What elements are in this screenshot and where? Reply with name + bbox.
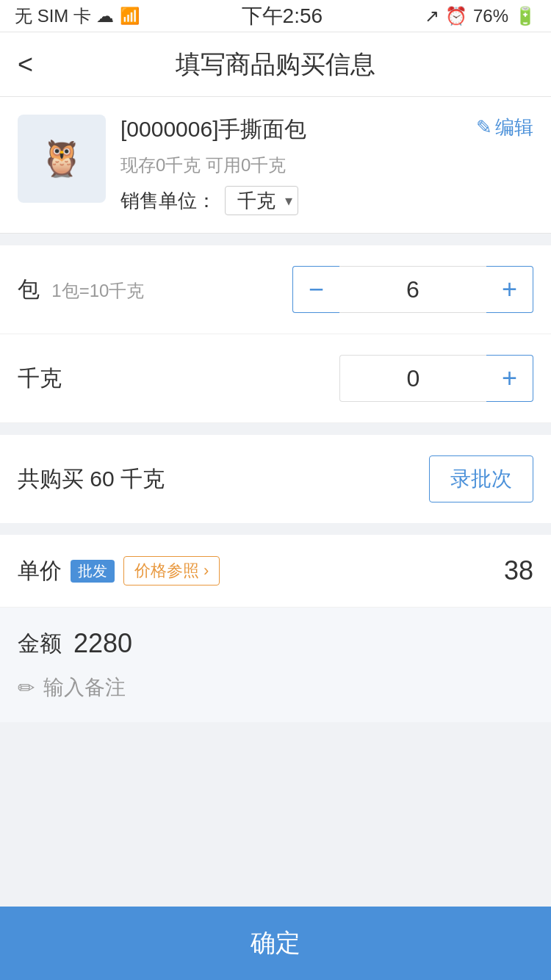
battery-icon: 🔋 xyxy=(514,6,536,26)
kilogram-controls: + xyxy=(339,355,533,402)
status-right: ↗ ⏰ 76% 🔋 xyxy=(425,6,536,26)
battery-label: 76% xyxy=(473,6,508,26)
amount-label: 金额 xyxy=(18,629,62,659)
tag-pifa: 批发 xyxy=(71,560,115,583)
edit-label: 编辑 xyxy=(495,115,533,140)
package-label: 包 1包=10千克 xyxy=(18,275,292,305)
confirm-label: 确定 xyxy=(251,926,300,960)
package-hint: 1包=10千克 xyxy=(51,281,144,300)
price-label-group: 单价 批发 价格参照 › xyxy=(18,556,220,586)
wifi-icon: 📶 xyxy=(120,7,140,26)
status-left: 无 SIM 卡 ☁ 📶 xyxy=(15,4,140,28)
sim-label: 无 SIM 卡 ☁ xyxy=(15,4,114,28)
package-section: 包 1包=10千克 − + 千克 + xyxy=(0,245,551,423)
product-info: [0000006]手撕面包 ✎ 编辑 现存0千克 可用0千克 销售单位： 千克 xyxy=(120,115,533,215)
product-unit-row: 销售单位： 千克 xyxy=(120,186,533,215)
confirm-button[interactable]: 确定 xyxy=(0,907,551,980)
amount-row: 金额 2280 xyxy=(18,628,533,659)
page-title: 填写商品购买信息 xyxy=(176,48,375,82)
price-value: 38 xyxy=(504,555,533,586)
remark-row[interactable]: ✏ 输入备注 xyxy=(18,674,533,702)
price-section: 单价 批发 价格参照 › 38 xyxy=(0,535,551,608)
status-bar: 无 SIM 卡 ☁ 📶 下午2:56 ↗ ⏰ 76% 🔋 xyxy=(0,0,551,32)
nav-bar: < 填写商品购买信息 xyxy=(0,32,551,97)
price-label: 单价 xyxy=(18,556,62,586)
location-icon: ↗ xyxy=(425,6,439,26)
product-logo-icon: 🦉 xyxy=(40,138,84,179)
kilogram-plus-button[interactable]: + xyxy=(486,355,533,402)
alarm-icon: ⏰ xyxy=(445,6,467,26)
unit-label: 销售单位： xyxy=(120,188,216,214)
kilogram-input[interactable] xyxy=(339,355,486,402)
total-text: 共购买 60 千克 xyxy=(18,464,165,494)
kilogram-row: 千克 + xyxy=(0,334,551,423)
package-minus-button[interactable]: − xyxy=(292,266,339,313)
unit-select[interactable]: 千克 xyxy=(225,186,298,215)
price-row: 单价 批发 价格参照 › 38 xyxy=(18,555,533,586)
kilogram-label: 千克 xyxy=(18,364,339,394)
batch-button[interactable]: 录批次 xyxy=(429,455,533,502)
product-image: 🦉 xyxy=(18,115,106,203)
amount-value: 2280 xyxy=(73,628,132,659)
product-stock: 现存0千克 可用0千克 xyxy=(120,154,533,177)
total-row: 共购买 60 千克 录批次 xyxy=(0,435,551,523)
back-button[interactable]: < xyxy=(18,49,33,80)
package-controls: − + xyxy=(292,266,533,313)
package-row: 包 1包=10千克 − + xyxy=(0,245,551,334)
package-input[interactable] xyxy=(339,266,486,313)
price-ref-button[interactable]: 价格参照 › xyxy=(123,556,220,586)
product-name: [0000006]手撕面包 xyxy=(120,115,306,145)
product-card: 🦉 [0000006]手撕面包 ✎ 编辑 现存0千克 可用0千克 销售单位： 千… xyxy=(0,97,551,234)
amount-section: 金额 2280 ✏ 输入备注 xyxy=(0,608,551,722)
status-time: 下午2:56 xyxy=(242,2,323,30)
remark-label: 输入备注 xyxy=(43,674,126,702)
package-plus-button[interactable]: + xyxy=(486,266,533,313)
edit-button[interactable]: ✎ 编辑 xyxy=(476,115,533,140)
remark-icon: ✏ xyxy=(18,676,35,700)
unit-select-wrapper[interactable]: 千克 xyxy=(225,186,298,215)
edit-icon: ✎ xyxy=(476,116,492,139)
